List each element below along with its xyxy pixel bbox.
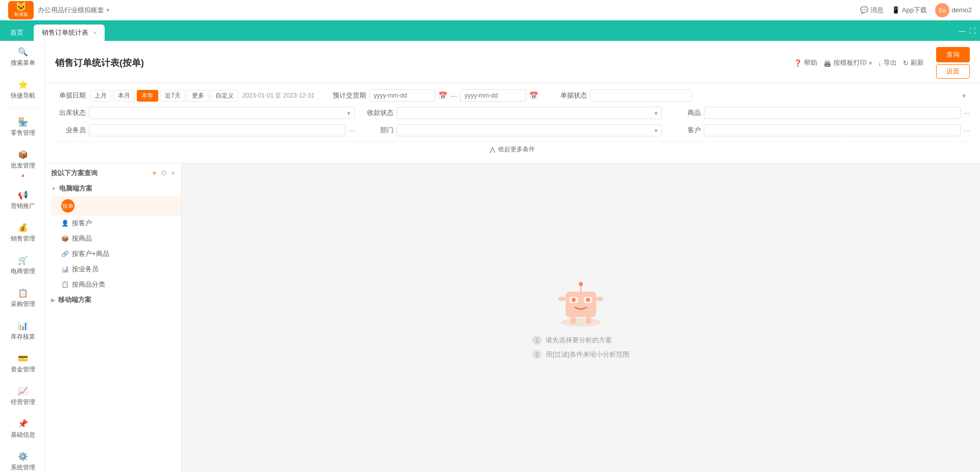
department-filter: 部门 bbox=[363, 124, 663, 136]
date-btn-more[interactable]: 更多 bbox=[187, 90, 209, 102]
download-icon: 📱 bbox=[892, 6, 900, 14]
tree-item-by-goods[interactable]: 📦 按商品 bbox=[51, 231, 181, 246]
payment-status-label: 收款状态 bbox=[363, 108, 394, 117]
collapse-panel-button[interactable]: « bbox=[171, 169, 175, 178]
system-icon: ⚙️ bbox=[18, 452, 28, 461]
sidebar-item-search[interactable]: 🔍 搜索菜单 bbox=[0, 41, 44, 74]
tabbar-controls: — ⛶ bbox=[959, 27, 976, 35]
tree-item-by-customer-goods[interactable]: 🔗 按客户+商品 bbox=[51, 246, 181, 262]
svg-point-5 bbox=[586, 298, 590, 302]
goods-filter: 商品 ··· bbox=[670, 107, 970, 119]
maximize-icon[interactable]: ⛶ bbox=[969, 27, 976, 35]
collapse-bar[interactable]: ⋀ 收起更多条件 bbox=[55, 141, 970, 157]
sidebar-item-inventory[interactable]: 📊 库存核算 bbox=[0, 315, 44, 347]
sidebar-item-ecommerce[interactable]: 🛒 电商管理 bbox=[0, 249, 44, 282]
goods-input[interactable] bbox=[704, 107, 961, 119]
goods-more-icon[interactable]: ··· bbox=[964, 109, 970, 117]
svg-rect-8 bbox=[558, 297, 566, 301]
bill-status-select[interactable] bbox=[590, 89, 692, 102]
user-menu[interactable]: Ea demo2 bbox=[935, 3, 972, 17]
expected-delivery-end[interactable] bbox=[460, 89, 526, 102]
cust-goods-tree-label: 按客户+商品 bbox=[72, 249, 109, 258]
logo-icon: 🐱 bbox=[15, 2, 27, 11]
cust-goods-tree-icon: 🔗 bbox=[61, 250, 69, 257]
salesperson-input[interactable] bbox=[89, 124, 346, 136]
filter-row-2: 出库状态 收款状态 商品 bbox=[55, 107, 970, 119]
tab-sales-order-stats[interactable]: 销售订单统计表 × bbox=[34, 25, 105, 41]
sidebar-item-finance[interactable]: 💳 资金管理 bbox=[0, 347, 44, 380]
sidebar-item-basic-info[interactable]: 📌 基础信息 bbox=[0, 413, 44, 445]
setting-button[interactable]: 设置 bbox=[936, 64, 970, 79]
goods-tree-label: 按商品 bbox=[72, 234, 92, 243]
outstock-status-filter: 出库状态 bbox=[55, 107, 355, 119]
date-btn-this-year[interactable]: 本年 bbox=[137, 90, 158, 102]
date-btn-7days[interactable]: 近7天 bbox=[160, 90, 185, 102]
tree-group-desktop-header[interactable]: ▼ 电脑端方案 bbox=[45, 181, 181, 196]
minimize-icon[interactable]: — bbox=[959, 27, 965, 35]
tree-group-mobile: ▶ 移动端方案 bbox=[45, 292, 181, 308]
tree-group-mobile-header[interactable]: ▶ 移动端方案 bbox=[45, 292, 181, 308]
sales-icon: 💰 bbox=[18, 223, 28, 232]
expected-delivery-filter: 预计交货期 📅 — 📅 bbox=[333, 89, 538, 102]
tree-item-by-goods-category[interactable]: 📋 按商品分类 bbox=[51, 277, 181, 292]
message-button[interactable]: 💬 消息 bbox=[860, 6, 884, 15]
mobile-tree-group-label: 移动端方案 bbox=[58, 295, 91, 304]
goods-label: 商品 bbox=[670, 108, 701, 117]
department-label: 部门 bbox=[363, 126, 394, 135]
search-icon: 🔍 bbox=[18, 47, 28, 57]
sidebar-item-retail[interactable]: 🏪 零售管理 bbox=[0, 111, 44, 144]
sidebar-divider-1 bbox=[6, 108, 38, 109]
customer-input[interactable] bbox=[704, 124, 961, 136]
salesperson-more-icon[interactable]: ··· bbox=[349, 126, 355, 134]
sidebar-item-marketing[interactable]: 📢 营销推广 bbox=[0, 184, 44, 217]
date-btn-custom[interactable]: 自定义 bbox=[211, 90, 238, 102]
outstock-status-label: 出库状态 bbox=[55, 108, 86, 117]
svg-rect-1 bbox=[566, 292, 596, 317]
refresh-icon: ↻ bbox=[903, 59, 909, 67]
department-select[interactable] bbox=[397, 124, 663, 136]
sidebar-item-wholesale[interactable]: 📦 批发管理 ▲ bbox=[0, 144, 44, 184]
app-download-button[interactable]: 📱 App下载 bbox=[892, 6, 927, 15]
sidebar-item-purchase[interactable]: 📋 采购管理 bbox=[0, 282, 44, 315]
split-layout: 按以下方案查询 + ⊙ « ▼ 电脑端方案 bbox=[45, 163, 980, 472]
date-btn-last-month[interactable]: 上月 bbox=[90, 90, 111, 102]
date-btn-this-month[interactable]: 本月 bbox=[113, 90, 135, 102]
tree-item-by-salesperson[interactable]: 📊 按业务员 bbox=[51, 262, 181, 277]
topbar-left: 🐱 标准版 办公用品行业模拟账套 ▾ bbox=[8, 1, 110, 19]
app-title-dropdown[interactable]: ▾ bbox=[106, 6, 110, 14]
settings-plan-button[interactable]: ⊙ bbox=[161, 169, 167, 178]
message-icon: 💬 bbox=[860, 6, 868, 14]
finance-icon: 💳 bbox=[18, 353, 28, 363]
inventory-icon: 📊 bbox=[18, 321, 28, 331]
tab-close-icon[interactable]: × bbox=[93, 30, 96, 36]
add-plan-button[interactable]: + bbox=[152, 169, 157, 178]
svg-point-4 bbox=[572, 298, 576, 302]
retail-icon: 🏪 bbox=[18, 117, 28, 127]
calendar-icon-2[interactable]: 📅 bbox=[529, 91, 538, 100]
tab-home[interactable]: 首页 bbox=[2, 25, 32, 41]
template-print-button[interactable]: 🖨️ 按模板打印 ▾ bbox=[823, 58, 872, 67]
collapse-icon: ⋀ bbox=[490, 146, 495, 153]
left-panel-actions: + ⊙ « bbox=[152, 169, 175, 178]
outstock-status-select[interactable] bbox=[89, 107, 355, 119]
help-button[interactable]: ❓ 帮助 bbox=[794, 58, 817, 67]
tree-item-by-order[interactable]: 按单 bbox=[51, 196, 181, 216]
calendar-icon-1[interactable]: 📅 bbox=[438, 91, 447, 100]
mobile-tree-toggle-icon: ▶ bbox=[51, 297, 55, 303]
selected-order-icon: 按单 bbox=[61, 199, 75, 213]
sidebar-item-system[interactable]: ⚙️ 系统管理 bbox=[0, 445, 44, 472]
customer-more-icon[interactable]: ··· bbox=[964, 126, 970, 134]
sidebar-item-quick-nav[interactable]: ⭐ 快捷导航 bbox=[0, 74, 44, 106]
sidebar-item-sales[interactable]: 💰 销售管理 bbox=[0, 217, 44, 249]
tree-item-by-customer[interactable]: 👤 按客户 bbox=[51, 216, 181, 231]
empty-tip-2: 2 用[过滤]条件来缩小分析范围 bbox=[532, 350, 629, 359]
expected-delivery-start[interactable] bbox=[369, 89, 435, 102]
payment-status-select[interactable] bbox=[397, 107, 663, 119]
filter-row-1: 单据日期 上月 本月 本年 近7天 更多 自定义 2023-01-01 至 20… bbox=[55, 89, 970, 102]
export-button[interactable]: ↓ 导出 bbox=[878, 58, 897, 67]
refresh-button[interactable]: ↻ 刷新 bbox=[903, 58, 924, 67]
query-button[interactable]: 查询 bbox=[936, 47, 970, 62]
sidebar-item-operations[interactable]: 📈 经营管理 bbox=[0, 380, 44, 413]
content-area: 销售订单统计表(按单) ❓ 帮助 🖨️ 按模板打印 ▾ ↓ 导出 ↻ 刷新 bbox=[45, 41, 980, 472]
salesperson-tree-label: 按业务员 bbox=[72, 265, 99, 274]
